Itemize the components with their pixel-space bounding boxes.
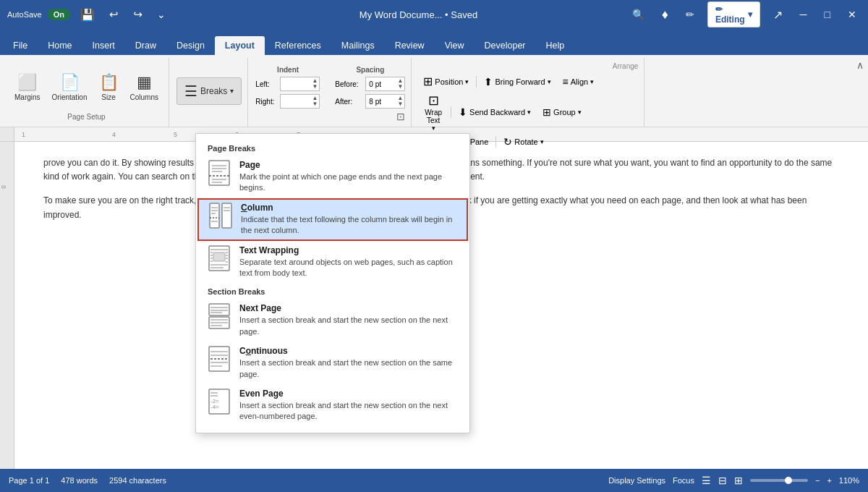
tab-layout[interactable]: Layout: [215, 36, 265, 55]
tab-draw[interactable]: Draw: [125, 36, 166, 55]
section-breaks-header: Section Breaks: [196, 283, 469, 299]
view-icon-2[interactable]: ⊟: [718, 475, 727, 486]
tab-design[interactable]: Design: [166, 36, 215, 55]
position-btn[interactable]: ⊞ Position ▾: [419, 73, 473, 90]
margins-btn[interactable]: ⬜ Margins: [10, 70, 45, 104]
align-btn[interactable]: ≡ Align ▾: [558, 75, 599, 89]
spacing-after-input[interactable]: 8 pt ▲▼: [365, 94, 405, 109]
close-btn[interactable]: ✕: [843, 7, 861, 22]
save-icon[interactable]: 💾: [76, 7, 99, 23]
rotate-btn[interactable]: ↻ Rotate ▾: [499, 135, 548, 149]
breaks-btn[interactable]: ☰ Breaks ▾: [176, 77, 242, 105]
zoom-in-btn[interactable]: +: [827, 476, 831, 485]
ruler-vertical: 8: [0, 185, 7, 189]
word-count: 478 words: [61, 476, 98, 485]
indent-right-down[interactable]: ▼: [312, 101, 318, 107]
title-bar: AutoSave On 💾 ↩ ↩ ⌄ My Word Docume... • …: [0, 0, 868, 29]
bring-forward-btn[interactable]: ⬆ Bring Forward ▾: [480, 75, 555, 89]
ruler-side: [0, 127, 14, 141]
group-btn[interactable]: ⊞ Group ▾: [538, 105, 586, 119]
minimize-btn[interactable]: ─: [796, 7, 812, 22]
redo-btn[interactable]: ↩: [129, 7, 147, 22]
page-indicator: Page 1 of 1: [9, 476, 49, 485]
share-btn[interactable]: ↗: [769, 7, 787, 23]
page-item-desc: Mark the point at which one page ends an…: [239, 171, 458, 194]
zoom-slider[interactable]: [750, 479, 808, 482]
indent-left-input[interactable]: ▲▼: [280, 77, 320, 91]
tab-references[interactable]: References: [265, 36, 331, 55]
page-item-text: Page Mark the point at which one page en…: [239, 160, 458, 194]
indent-left-down[interactable]: ▼: [312, 84, 318, 90]
tab-help[interactable]: Help: [536, 36, 575, 55]
column-item-desc: Indicate that the text following the col…: [241, 214, 456, 237]
ribbon-tabs: File Home Insert Draw Design Layout Refe…: [0, 29, 868, 55]
column-item-text: Column Indicate that the text following …: [241, 203, 456, 237]
zoom-level: 110%: [839, 476, 859, 485]
continuous-item-desc: Insert a section break and start the new…: [239, 357, 458, 380]
arrange-label: Arrange: [613, 62, 639, 73]
spacing-after-row: After: 8 pt ▲▼: [335, 94, 405, 109]
even-page-item-desc: Insert a section break and start the new…: [239, 400, 458, 423]
send-backward-icon: ⬇: [459, 106, 467, 118]
tab-file[interactable]: File: [3, 36, 38, 55]
spacing-after-down[interactable]: ▼: [397, 101, 403, 107]
rotate-label: Rotate: [514, 137, 537, 146]
menu-item-next-page[interactable]: Next Page Insert a section break and sta…: [196, 299, 469, 342]
zoom-out-btn[interactable]: −: [815, 476, 820, 485]
menu-item-even-page[interactable]: -2= -4= Even Page Insert a section break…: [196, 384, 469, 427]
spacing-after-label: After:: [335, 98, 362, 106]
page-setup-label: Page Setup: [67, 113, 105, 124]
paragraph-settings-icon[interactable]: ⊡: [396, 111, 405, 122]
pen-icon[interactable]: ✏: [681, 7, 699, 22]
view-icon-3[interactable]: ⊞: [734, 475, 743, 486]
svg-rect-8: [222, 203, 231, 228]
wrap-arrow: ▾: [432, 124, 435, 132]
doc-sidebar: 8: [0, 142, 14, 469]
breaks-dropdown: Page Breaks Page Mark the point at which…: [195, 133, 470, 433]
tab-developer[interactable]: Developer: [475, 36, 536, 55]
orientation-btn[interactable]: 📄 Orientation: [48, 70, 92, 104]
search-btn[interactable]: 🔍: [628, 7, 649, 22]
tab-insert[interactable]: Insert: [82, 36, 125, 55]
menu-item-column[interactable]: Column Indicate that the text following …: [197, 198, 468, 241]
tab-view[interactable]: View: [435, 36, 475, 55]
text-wrap-icon: [208, 245, 231, 271]
maximize-btn[interactable]: □: [820, 7, 835, 22]
next-page-icon: [208, 303, 231, 329]
column-item-title: Column: [241, 203, 456, 213]
tab-mailings[interactable]: Mailings: [331, 36, 385, 55]
send-backward-btn[interactable]: ⬇ Send Backward ▾: [454, 105, 535, 119]
indent-right-input[interactable]: ▲▼: [280, 94, 320, 109]
char-count: 2594 characters: [109, 476, 166, 485]
spacing-before-label: Before:: [335, 80, 362, 88]
wrap-text-btn[interactable]: ⊡ Wrap Text ▾: [419, 91, 448, 133]
size-btn[interactable]: 📋 Size: [95, 70, 123, 104]
position-label: Position: [435, 77, 463, 86]
editing-button[interactable]: ✏ Editing ▾: [707, 1, 760, 27]
spacing-before-down[interactable]: ▼: [397, 84, 403, 90]
page-breaks-header: Page Breaks: [196, 140, 469, 156]
tab-home[interactable]: Home: [38, 36, 82, 55]
next-page-item-desc: Insert a section break and start the new…: [239, 315, 458, 337]
undo-btn[interactable]: ↩: [105, 7, 123, 22]
focus-btn[interactable]: Focus: [673, 476, 694, 485]
margins-label: Margins: [14, 93, 41, 101]
menu-item-page[interactable]: Page Mark the point at which one page en…: [196, 156, 469, 198]
ribbon-group-page-setup: ⬜ Margins 📄 Orientation 📋 Size ▦ Columns…: [4, 58, 169, 127]
spacing-before-input[interactable]: 0 pt ▲▼: [365, 77, 405, 91]
menu-item-continuous[interactable]: Continuous Insert a section break and st…: [196, 342, 469, 384]
display-settings-btn[interactable]: Display Settings: [608, 476, 665, 485]
orientation-icon: 📄: [60, 73, 80, 92]
columns-btn[interactable]: ▦ Columns: [126, 70, 163, 104]
rotate-arrow: ▾: [540, 138, 544, 145]
customize-btn[interactable]: ⌄: [153, 7, 170, 22]
menu-item-text-wrapping[interactable]: Text Wrapping Separate text around objec…: [196, 241, 469, 284]
autosave-toggle[interactable]: On: [48, 9, 70, 20]
wrap-text-label: Text: [427, 116, 440, 124]
ribbon-collapse-btn[interactable]: ∧: [856, 59, 864, 71]
spacing-before-row: Before: 0 pt ▲▼: [335, 77, 405, 91]
view-icon-1[interactable]: ☰: [702, 475, 711, 486]
tab-review[interactable]: Review: [385, 36, 435, 55]
rotate-icon: ↻: [503, 136, 512, 148]
page-setup-content: ⬜ Margins 📄 Orientation 📋 Size ▦ Columns: [10, 61, 163, 113]
